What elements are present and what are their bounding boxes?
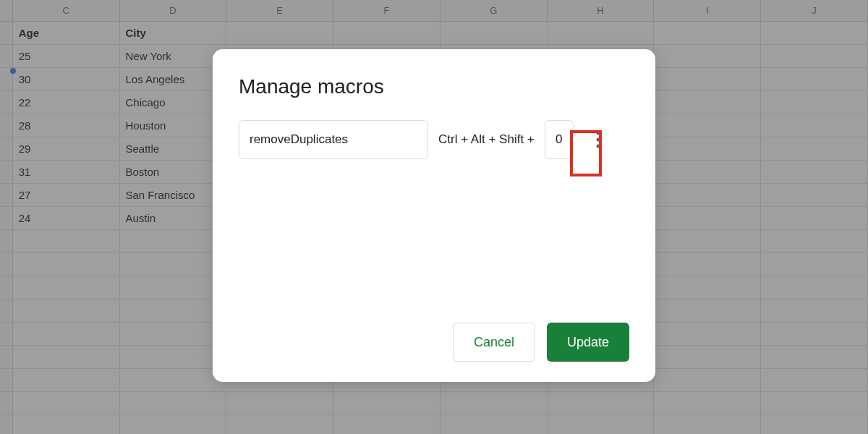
macro-row: Ctrl + Alt + Shift + [239, 120, 629, 159]
manage-macros-dialog: Manage macros Ctrl + Alt + Shift + Cance… [213, 49, 655, 382]
shortcut-key-input[interactable] [545, 120, 574, 159]
more-vert-icon [596, 130, 600, 149]
more-options-button[interactable] [584, 120, 613, 159]
cancel-button[interactable]: Cancel [453, 323, 535, 362]
dialog-title: Manage macros [239, 75, 629, 98]
svg-point-1 [596, 138, 600, 142]
svg-point-2 [596, 145, 600, 148]
modal-overlay: Manage macros Ctrl + Alt + Shift + Cance… [0, 0, 868, 434]
update-button[interactable]: Update [547, 323, 629, 362]
dialog-actions: Cancel Update [239, 323, 629, 362]
shortcut-prefix-label: Ctrl + Alt + Shift + [438, 132, 535, 147]
macro-name-input[interactable] [239, 120, 428, 159]
svg-point-0 [596, 132, 600, 135]
